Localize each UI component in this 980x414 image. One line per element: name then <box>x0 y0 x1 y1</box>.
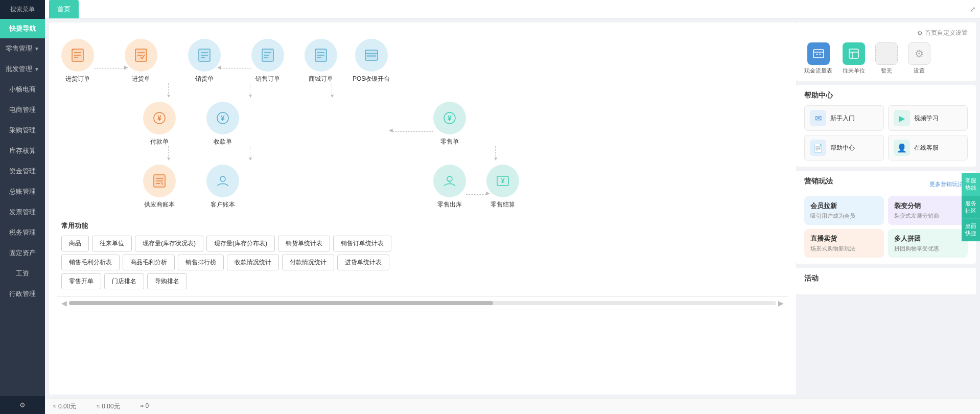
flow-node-purchase-bill[interactable]: 进货单 <box>125 39 157 83</box>
btn-product[interactable]: 商品 <box>61 236 89 251</box>
chevron-down-icon: ▼ <box>34 66 39 72</box>
flow-node-mall-order[interactable]: 商城订单 <box>305 39 337 83</box>
flow-node-customer-account[interactable]: 客户账本 <box>206 165 239 209</box>
customize-settings-link[interactable]: ⚙ 首页自定义设置 <box>804 29 968 37</box>
sidebar-item-fixed-asset[interactable]: 固定资产 <box>0 243 45 263</box>
mall-order-icon[interactable] <box>305 39 337 72</box>
btn-receipt-stat[interactable]: 收款情况统计 <box>227 255 279 270</box>
retail-out-icon[interactable] <box>433 165 466 197</box>
btn-payment-stat[interactable]: 付款情况统计 <box>282 255 334 270</box>
btn-purchase-stat[interactable]: 进货单统计表 <box>337 255 389 270</box>
btn-stock-status[interactable]: 现存量(库存状况表) <box>135 236 203 251</box>
help-item-beginner[interactable]: ✉ 新手入门 <box>804 105 884 131</box>
scroll-right-arrow[interactable]: ▶ <box>778 299 784 307</box>
sidebar-nav-label: 快捷导航 <box>0 19 45 38</box>
float-btn-community[interactable]: 服务社区 <box>962 196 980 219</box>
purchase-bill-icon[interactable] <box>125 39 157 72</box>
marketing-item-live[interactable]: 直播卖货 场景式购物新玩法 <box>804 229 884 258</box>
receipt-icon[interactable]: ¥ <box>206 102 239 134</box>
sidebar-item-wholesale[interactable]: 批发管理 ▼ <box>0 59 45 79</box>
payment-icon[interactable]: ¥ <box>143 102 176 134</box>
scroll-left-arrow[interactable]: ◀ <box>61 299 67 307</box>
quick-icon-partner[interactable]: 往来单位 <box>843 42 865 75</box>
sidebar-item-purchase[interactable]: 采购管理 <box>0 120 45 141</box>
empty-label: 暂无 <box>881 67 892 75</box>
svg-text:¥: ¥ <box>157 114 161 122</box>
sidebar-item-ecom-small[interactable]: 小畅电商 <box>0 79 45 100</box>
flow-node-receipt[interactable]: ¥ 收款单 <box>206 102 239 146</box>
btn-sales-rank[interactable]: 销售排行榜 <box>178 255 224 270</box>
pos-icon[interactable] <box>355 39 388 72</box>
member-sub: 吸引用户成为会员 <box>810 212 878 220</box>
quick-icon-settings[interactable]: ⚙ 设置 <box>908 42 930 75</box>
retail-bill-icon[interactable]: ¥ <box>433 102 466 134</box>
marketing-item-member[interactable]: 会员拉新 吸引用户成为会员 <box>804 196 884 225</box>
flow-node-payment[interactable]: ¥ 付款单 <box>143 102 176 146</box>
float-btn-hotline[interactable]: 客服热线 <box>962 173 980 196</box>
flow-node-sales-bill[interactable]: 销货单 <box>188 39 221 83</box>
cashflow-label: 现金流量表 <box>804 67 832 75</box>
marketing-grid: 会员拉新 吸引用户成为会员 裂变分销 裂变式发展分销商 直播卖货 场景式购物新玩… <box>804 196 968 258</box>
receipt-label: 收款单 <box>214 137 232 146</box>
help-item-help[interactable]: 📄 帮助中心 <box>804 135 884 160</box>
expand-icon[interactable]: ⤢ <box>970 5 976 13</box>
quick-icon-empty[interactable]: 暂无 <box>875 42 898 75</box>
sidebar-item-ecom-mgmt[interactable]: 电商管理 <box>0 100 45 120</box>
common-buttons-row2: 销售毛利分析表 商品毛利分析 销售排行榜 收款情况统计 付款情况统计 进货单统计… <box>61 255 784 270</box>
sales-order-icon[interactable] <box>251 39 284 72</box>
flow-node-supplier-account[interactable]: 供应商账本 <box>143 165 176 209</box>
marketing-item-split[interactable]: 裂变分销 裂变式发展分销商 <box>888 196 968 225</box>
live-title: 直播卖货 <box>810 234 878 243</box>
help-item-video[interactable]: ▶ 视频学习 <box>888 105 968 131</box>
person-icon: 👤 <box>894 140 910 156</box>
sales-bill-icon[interactable] <box>188 39 221 72</box>
flow-node-pos[interactable]: POS收银开台 <box>353 39 390 83</box>
btn-sales-margin[interactable]: 销售毛利分析表 <box>61 255 120 270</box>
flow-node-retail-out[interactable]: 零售出库 <box>433 165 466 209</box>
partner-label: 往来单位 <box>843 67 865 75</box>
cashflow-icon <box>807 42 830 65</box>
sidebar-item-retail[interactable]: 零售管理 ▼ <box>0 38 45 59</box>
horizontal-scrollbar[interactable]: ◀ ▶ <box>57 296 788 309</box>
sidebar-item-salary[interactable]: 工资 <box>0 263 45 284</box>
gear-icon: ⚙ <box>917 30 923 37</box>
btn-retail-order[interactable]: 零售开单 <box>61 273 101 289</box>
scroll-thumb[interactable] <box>69 301 493 305</box>
help-item-support[interactable]: 👤 在线客服 <box>888 135 968 160</box>
flow-node-retail-bill[interactable]: ¥ 零售单 <box>433 102 466 146</box>
svg-rect-47 <box>813 50 824 58</box>
sidebar-search[interactable]: 搜索菜单 <box>0 0 45 19</box>
flow-node-sales-order[interactable]: 销售订单 <box>251 39 284 83</box>
quick-icon-cashflow[interactable]: 现金流量表 <box>804 42 832 75</box>
sidebar-item-invoice[interactable]: 发票管理 <box>0 202 45 222</box>
btn-store-rank[interactable]: 门店排名 <box>104 273 144 289</box>
retail-settle-icon[interactable]: ¥ <box>486 165 519 197</box>
float-btn-desktop[interactable]: 桌面快捷 <box>962 218 980 241</box>
supplier-account-icon[interactable] <box>143 165 176 197</box>
help-grid: ✉ 新手入门 ▶ 视频学习 📄 帮助中心 👤 在线客服 <box>804 105 968 160</box>
empty-slot-icon <box>875 42 898 65</box>
sidebar-item-ledger[interactable]: 总账管理 <box>0 181 45 202</box>
sidebar-item-inventory[interactable]: 库存核算 <box>0 141 45 161</box>
svg-rect-51 <box>849 49 858 58</box>
doc-icon: 📄 <box>810 140 826 156</box>
btn-guide-rank[interactable]: 导购排名 <box>147 273 187 289</box>
btn-partner[interactable]: 往来单位 <box>92 236 132 251</box>
tab-home[interactable]: 首页 <box>49 0 79 18</box>
btn-sales-order-stat[interactable]: 销售订单统计表 <box>333 236 391 251</box>
customer-account-icon[interactable] <box>206 165 239 197</box>
marketing-item-group[interactable]: 多人拼团 拼团购物享受优惠 <box>888 229 968 258</box>
purchase-order-icon[interactable] <box>61 39 94 72</box>
btn-stock-dist[interactable]: 现存量(库存分布表) <box>206 236 275 251</box>
right-panel: ⚙ 首页自定义设置 现金流量表 <box>796 18 980 399</box>
sidebar-item-tax[interactable]: 税务管理 <box>0 222 45 243</box>
flow-node-retail-settle[interactable]: ¥ 零售结算 <box>486 165 519 209</box>
sidebar-item-finance[interactable]: 资金管理 <box>0 161 45 181</box>
sidebar-item-admin[interactable]: 行政管理 <box>0 284 45 304</box>
member-title: 会员拉新 <box>810 201 878 211</box>
btn-product-margin[interactable]: 商品毛利分析 <box>123 255 175 270</box>
left-panel: 进货订单 ▶ <box>49 22 796 395</box>
sidebar-settings-button[interactable]: ⚙ <box>0 396 45 414</box>
flow-node-purchase-order[interactable]: 进货订单 <box>61 39 94 83</box>
btn-sales-stat[interactable]: 销货单统计表 <box>278 236 330 251</box>
